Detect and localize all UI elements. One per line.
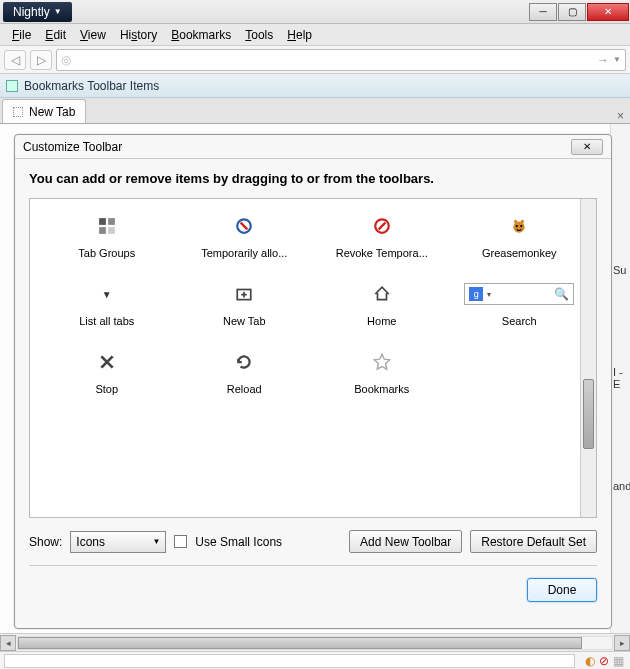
dropdown-icon[interactable]: ▼ xyxy=(613,55,621,64)
svg-point-8 xyxy=(520,225,522,227)
status-bar: ◐ ⊘ ▦ xyxy=(0,651,630,669)
svg-point-9 xyxy=(514,220,517,223)
menu-file[interactable]: File xyxy=(6,26,37,44)
tabstrip-close-button[interactable]: × xyxy=(617,109,624,123)
new-tab-icon xyxy=(235,283,253,305)
svg-rect-0 xyxy=(99,218,106,225)
item-tab-groups[interactable]: Tab Groups xyxy=(38,215,176,259)
item-label: Reload xyxy=(227,383,262,395)
svg-rect-3 xyxy=(108,227,115,234)
toolbar-item-panel: Tab Groups Temporarily allo... Revoke Te… xyxy=(29,198,597,518)
menu-history[interactable]: History xyxy=(114,26,163,44)
greasemonkey-icon xyxy=(510,215,528,237)
item-label: List all tabs xyxy=(79,315,134,327)
menu-tools[interactable]: Tools xyxy=(239,26,279,44)
window-controls: ─ ▢ ✕ xyxy=(529,3,630,21)
search-widget: g ▾ 🔍 xyxy=(464,283,574,305)
dropdown-icon: ▼ xyxy=(152,537,160,546)
use-small-icons-checkbox[interactable] xyxy=(174,535,187,548)
app-menu-button[interactable]: Nightly ▼ xyxy=(3,2,72,22)
scroll-right-button[interactable]: ▸ xyxy=(614,635,630,651)
bookmarks-toolbar[interactable]: Bookmarks Toolbar Items xyxy=(0,74,630,98)
menu-bookmarks[interactable]: Bookmarks xyxy=(165,26,237,44)
bookmarks-toolbar-label: Bookmarks Toolbar Items xyxy=(24,79,159,93)
item-label: Revoke Tempora... xyxy=(336,247,428,259)
home-icon xyxy=(373,283,391,305)
bookmarks-toolbar-icon xyxy=(6,80,18,92)
item-reload[interactable]: Reload xyxy=(176,351,314,395)
menu-view[interactable]: View xyxy=(74,26,112,44)
magnifier-icon: 🔍 xyxy=(554,287,569,301)
reload-icon xyxy=(235,351,253,373)
scrollbar-thumb[interactable] xyxy=(583,379,594,449)
forward-button[interactable]: ▷ xyxy=(30,50,52,70)
item-search[interactable]: g ▾ 🔍 Search xyxy=(451,283,589,327)
window-titlebar: Nightly ▼ ─ ▢ ✕ xyxy=(0,0,630,24)
item-label: New Tab xyxy=(223,315,266,327)
noscript-revoke-icon xyxy=(373,215,391,237)
menubar: File Edit View History Bookmarks Tools H… xyxy=(0,24,630,46)
svg-rect-2 xyxy=(99,227,106,234)
dialog-close-button[interactable]: ✕ xyxy=(571,139,603,155)
tab-newtab[interactable]: New Tab xyxy=(2,99,86,123)
item-list-all-tabs[interactable]: ▼ List all tabs xyxy=(38,283,176,327)
svg-point-7 xyxy=(516,225,518,227)
go-arrow-icon[interactable]: → xyxy=(597,53,609,67)
tab-favicon xyxy=(13,107,23,117)
list-tabs-icon: ▼ xyxy=(102,283,112,305)
scroll-left-button[interactable]: ◂ xyxy=(0,635,16,651)
item-label: Stop xyxy=(95,383,118,395)
item-home[interactable]: Home xyxy=(313,283,451,327)
restore-default-set-button[interactable]: Restore Default Set xyxy=(470,530,597,553)
app-title: Nightly xyxy=(13,5,50,19)
scroll-track[interactable] xyxy=(17,636,613,650)
svg-point-10 xyxy=(521,220,524,223)
minimize-button[interactable]: ─ xyxy=(529,3,557,21)
google-icon: g xyxy=(469,287,483,301)
item-label: Search xyxy=(502,315,537,327)
item-label: Home xyxy=(367,315,396,327)
item-revoke-temporary[interactable]: Revoke Tempora... xyxy=(313,215,451,259)
back-button[interactable]: ◁ xyxy=(4,50,26,70)
scroll-thumb[interactable] xyxy=(18,637,582,649)
show-select-value: Icons xyxy=(76,535,105,549)
dialog-instruction: You can add or remove items by dragging … xyxy=(15,159,611,198)
maximize-button[interactable]: ▢ xyxy=(558,3,586,21)
horizontal-scrollbar[interactable]: ◂ ▸ xyxy=(0,633,630,651)
show-label: Show: xyxy=(29,535,62,549)
close-button[interactable]: ✕ xyxy=(587,3,629,21)
item-new-tab[interactable]: New Tab xyxy=(176,283,314,327)
tab-strip: New Tab × xyxy=(0,98,630,124)
svg-rect-1 xyxy=(108,218,115,225)
dialog-options-row: Show: Icons ▼ Use Small Icons Add New To… xyxy=(15,518,611,561)
url-bar[interactable]: ◎ → ▼ xyxy=(56,49,626,71)
status-noscript-icon[interactable]: ⊘ xyxy=(599,654,609,668)
dropdown-icon: ▼ xyxy=(54,7,62,16)
menu-edit[interactable]: Edit xyxy=(39,26,72,44)
item-label: Bookmarks xyxy=(354,383,409,395)
add-new-toolbar-button[interactable]: Add New Toolbar xyxy=(349,530,462,553)
noscript-allow-icon xyxy=(235,215,253,237)
status-greasemonkey-icon[interactable]: ◐ xyxy=(585,654,595,668)
dialog-separator xyxy=(29,565,597,566)
item-stop[interactable]: Stop xyxy=(38,351,176,395)
done-button[interactable]: Done xyxy=(527,578,597,602)
item-temporarily-allow[interactable]: Temporarily allo... xyxy=(176,215,314,259)
site-identity-icon: ◎ xyxy=(61,53,71,67)
dialog-done-row: Done xyxy=(15,570,611,612)
sidebar-fragment: Su I - E and xyxy=(610,124,630,633)
menu-help[interactable]: Help xyxy=(281,26,318,44)
item-label: Tab Groups xyxy=(78,247,135,259)
item-panel-scrollbar[interactable] xyxy=(580,199,596,517)
item-greasemonkey[interactable]: Greasemonkey xyxy=(451,215,589,259)
item-label: Greasemonkey xyxy=(482,247,557,259)
item-bookmarks[interactable]: Bookmarks xyxy=(313,351,451,395)
tab-title: New Tab xyxy=(29,105,75,119)
use-small-icons-label: Use Small Icons xyxy=(195,535,282,549)
status-extra-icon[interactable]: ▦ xyxy=(613,654,624,668)
status-icons: ◐ ⊘ ▦ xyxy=(579,654,630,668)
show-mode-select[interactable]: Icons ▼ xyxy=(70,531,166,553)
dialog-title-text: Customize Toolbar xyxy=(23,140,122,154)
star-icon xyxy=(373,351,391,373)
status-text-field xyxy=(4,654,575,668)
